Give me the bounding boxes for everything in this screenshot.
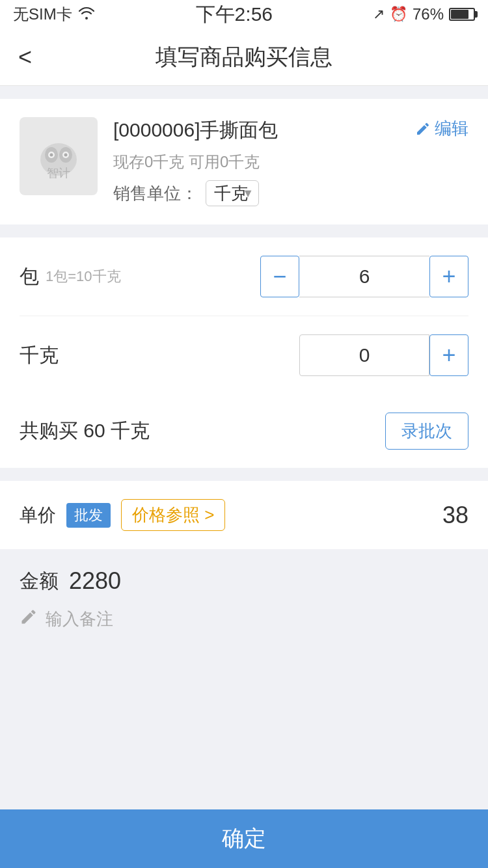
svg-point-6 bbox=[64, 154, 68, 157]
kg-label: 千克 bbox=[20, 342, 59, 369]
kg-input-row: 千克 + bbox=[20, 316, 468, 394]
bag-label: 包 1包=10千克 bbox=[20, 264, 121, 290]
bag-hint: 1包=10千克 bbox=[46, 267, 121, 286]
section-divider-1 bbox=[0, 86, 488, 99]
status-right: ↗ ⏰ 76% bbox=[373, 5, 475, 23]
confirm-button[interactable]: 确定 bbox=[0, 809, 488, 868]
note-row[interactable]: 输入备注 bbox=[20, 608, 468, 631]
status-left: 无SIM卡 bbox=[13, 4, 96, 25]
batch-button[interactable]: 录批次 bbox=[385, 413, 468, 450]
alarm-icon: ⏰ bbox=[390, 6, 407, 23]
bag-plus-button[interactable]: + bbox=[429, 256, 468, 297]
product-logo: 智计 bbox=[33, 130, 85, 182]
input-section: 包 1包=10千克 − + 千克 + bbox=[0, 237, 488, 394]
wifi-icon bbox=[77, 5, 96, 23]
section-divider-2 bbox=[0, 224, 488, 237]
summary-row: 共购买 60 千克 录批次 bbox=[0, 394, 488, 468]
summary-text: 共购买 60 千克 bbox=[20, 418, 150, 444]
product-name: [0000006]手撕面包 bbox=[113, 117, 278, 144]
amount-section: 金额 2280 输入备注 bbox=[0, 549, 488, 644]
unit-select[interactable]: 千克 bbox=[206, 180, 259, 206]
status-bar: 无SIM卡 下午2:56 ↗ ⏰ 76% bbox=[0, 0, 488, 29]
unit-label: 销售单位： bbox=[113, 182, 198, 205]
carrier-label: 无SIM卡 bbox=[13, 4, 72, 25]
battery-label: 76% bbox=[413, 5, 444, 23]
product-info: [0000006]手撕面包 编辑 现存0千克 可用0千克 销售单位： 千克 bbox=[113, 117, 468, 206]
price-value: 38 bbox=[442, 502, 468, 529]
product-unit-row: 销售单位： 千克 bbox=[113, 180, 468, 206]
unit-select-wrapper[interactable]: 千克 bbox=[206, 180, 259, 206]
kg-controls: + bbox=[299, 334, 468, 376]
price-ref-button[interactable]: 价格参照 > bbox=[121, 499, 225, 531]
edit-button[interactable]: 编辑 bbox=[415, 117, 468, 140]
svg-point-5 bbox=[50, 154, 53, 157]
page-title: 填写商品购买信息 bbox=[156, 42, 332, 72]
kg-plus-button[interactable]: + bbox=[429, 334, 468, 376]
battery-icon bbox=[449, 8, 475, 21]
amount-row: 金额 2280 bbox=[20, 567, 468, 595]
bottom-spacer bbox=[0, 644, 488, 702]
back-button[interactable]: < bbox=[18, 44, 32, 71]
bag-controls: − + bbox=[260, 256, 468, 297]
price-row: 单价 批发 价格参照 > 38 bbox=[20, 499, 468, 531]
pencil-icon bbox=[20, 608, 38, 631]
product-card: 智计 [0000006]手撕面包 编辑 现存0千克 可用0千克 销售单位： 千克 bbox=[0, 99, 488, 224]
price-label: 单价 bbox=[20, 503, 56, 528]
bag-quantity-input[interactable] bbox=[299, 256, 429, 297]
bag-input-row: 包 1包=10千克 − + bbox=[20, 237, 468, 316]
status-time: 下午2:56 bbox=[196, 1, 273, 28]
price-tag: 批发 bbox=[66, 503, 111, 528]
amount-label: 金额 bbox=[20, 568, 59, 595]
edit-icon bbox=[415, 121, 431, 137]
bag-minus-button[interactable]: − bbox=[260, 256, 299, 297]
price-section: 单价 批发 价格参照 > 38 bbox=[0, 468, 488, 549]
product-stock: 现存0千克 可用0千克 bbox=[113, 152, 468, 172]
nav-bar: < 填写商品购买信息 bbox=[0, 29, 488, 86]
product-image: 智计 bbox=[20, 117, 98, 195]
amount-value: 2280 bbox=[69, 567, 121, 595]
note-placeholder: 输入备注 bbox=[46, 608, 113, 631]
location-icon: ↗ bbox=[373, 6, 385, 23]
kg-quantity-input[interactable] bbox=[299, 334, 429, 376]
svg-text:智计: 智计 bbox=[47, 167, 70, 180]
